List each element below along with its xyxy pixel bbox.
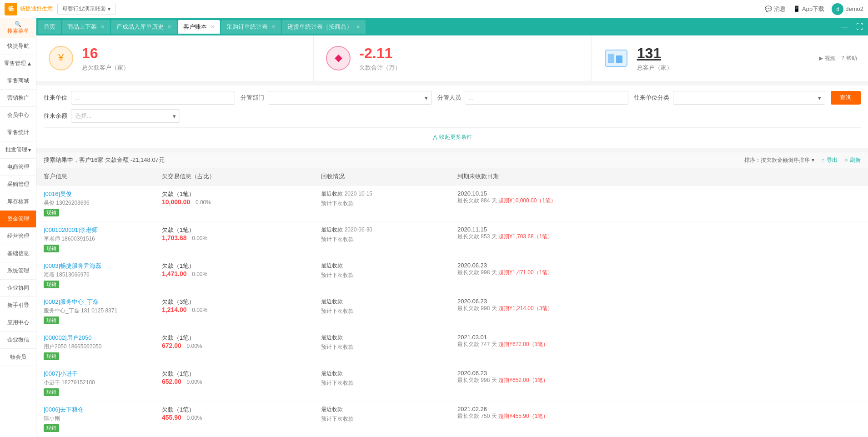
search-icon: 🔍 (15, 21, 21, 27)
sidebar-item-wholesale-mgmt[interactable]: 批发管理 ▾ (0, 141, 36, 159)
debt-amount[interactable]: 455.90 (162, 414, 181, 421)
filter-area: 往来单位 ... 分管部门 ▾ (36, 85, 868, 148)
customer-name-link[interactable]: [000002]用户2050 (44, 334, 147, 342)
sidebar-item-retail-mall[interactable]: 零售商城 (0, 72, 36, 90)
customer-phone: 海燕 18513066976 (44, 271, 147, 279)
tab-purchase-order-close[interactable]: ✕ (271, 24, 276, 30)
app-download-btn[interactable]: 📱 App下载 (793, 5, 824, 13)
refresh-button[interactable]: ○ 刷新 (845, 156, 861, 164)
debt-amount[interactable]: 652.00 (162, 378, 181, 385)
sidebar-item-basic-info[interactable]: 基础信息 (0, 245, 36, 262)
customer-name-link[interactable]: [0006]去下粮仓 (44, 406, 147, 414)
tab-product-listing[interactable]: 商品上下架 ✕ (62, 20, 110, 34)
overdue-amount-link[interactable]: 超期¥672.00（1笔） (498, 341, 548, 347)
overdue-amount-link[interactable]: 超期¥1,214.00（3笔） (498, 305, 553, 311)
tab-home[interactable]: 首页 (38, 20, 61, 34)
sidebar-item-beginner-guide[interactable]: 新手引导 (0, 297, 36, 314)
debt-count: 欠款（1笔） (162, 226, 306, 234)
overdue-amount-link[interactable]: 超期¥1,703.68（1笔） (498, 233, 553, 240)
sidebar-item-ecom-mgmt[interactable]: 电商管理 (0, 159, 36, 176)
filter-group-dept: 分管部门 ▾ (241, 91, 432, 105)
tab-customer-ledger[interactable]: 客户账本 ✕ (178, 20, 220, 34)
overdue-days: 最长欠款 998 天 (457, 269, 497, 276)
filter-select-category[interactable]: ▾ (673, 91, 825, 105)
tab-inbound-stats-close[interactable]: ✕ (356, 24, 360, 30)
collection-cell: 最近收款 预计下次收款 (314, 365, 450, 401)
tab-product-history-close[interactable]: ✕ (167, 24, 171, 30)
debt-number: -2.11 (359, 45, 401, 62)
sidebar-search[interactable]: 🔍 搜索菜单 (0, 18, 36, 38)
filter-select-balance[interactable]: 选择... ▾ (71, 109, 180, 123)
overdue-amount-link[interactable]: 超期¥1,471.00（1笔） (498, 269, 553, 276)
debtors-number: 16 (82, 45, 129, 62)
overdue-days: 最长欠款 853 天 (457, 233, 497, 240)
debt-amount[interactable]: 1,214.00 (162, 306, 187, 313)
col-due-date: 到期未收款日期 (450, 168, 868, 186)
tab-product-listing-close[interactable]: ✕ (100, 24, 105, 30)
store-selector[interactable]: 母婴行业演示账套 ▾ (57, 3, 115, 15)
debt-amount[interactable]: 1,471.00 (162, 270, 187, 277)
sidebar-item-member-plus[interactable]: 畅会员 (0, 349, 36, 366)
latest-collection-label: 最近收款 (321, 226, 343, 233)
sidebar-item-inventory[interactable]: 库存核算 (0, 193, 36, 211)
tab-bar-maximize[interactable]: ⛶ (853, 22, 866, 32)
overdue-date: 2021.02.26 (457, 406, 861, 412)
export-button[interactable]: ○ 导出 (822, 156, 838, 164)
sidebar-item-finance-mgmt[interactable]: 资金管理 (0, 211, 36, 228)
customer-name-link[interactable]: [0002]服务中心_丁磊 (44, 298, 147, 306)
due-date-cell: 2020.11.15 最长欠款 853 天 超期¥1,703.68（1笔） (450, 221, 868, 257)
latest-collection-label: 最近收款 (321, 262, 343, 269)
filter-input-person[interactable]: ... (465, 91, 629, 105)
sidebar-item-enterprise-wechat[interactable]: 企业微信 (0, 332, 36, 349)
filter-input-unit[interactable]: ... (71, 91, 235, 105)
sidebar-item-quick-nav[interactable]: 快捷导航 (0, 38, 36, 55)
sidebar-item-retail-stats[interactable]: 零售统计 (0, 124, 36, 141)
help-action[interactable]: ? 帮助 (841, 55, 857, 62)
debt-amount[interactable]: 1,703.68 (162, 234, 187, 241)
customer-name-link[interactable]: [0001020001]李老师 (44, 226, 147, 234)
tab-inbound-stats[interactable]: 进货单统计表（按商品） ✕ (282, 20, 366, 34)
sort-select[interactable]: 排序：按欠款金额倒序排序 ▾ (744, 156, 814, 164)
chevron-icon: ▲ (27, 60, 32, 67)
sidebar-item-marketing[interactable]: 营销推广 (0, 90, 36, 107)
debt-count: 欠款（1笔） (162, 406, 306, 414)
query-button[interactable]: 查询 (831, 91, 861, 105)
customers-number: 131 (637, 45, 672, 62)
sidebar-item-operation-mgmt[interactable]: 经营管理 (0, 228, 36, 245)
tab-purchase-order[interactable]: 采购订单统计表 ✕ (221, 20, 281, 34)
due-date-cell: 2020.06.23 最长欠款 998 天 超期¥1,471.00（1笔） (450, 257, 868, 293)
filter-select-dept[interactable]: ▾ (268, 91, 432, 105)
debt-amount[interactable]: 672.00 (162, 342, 181, 349)
overdue-amount-link[interactable]: 超期¥455.90（1笔） (498, 413, 548, 419)
overdue-amount-link[interactable]: 超期¥652.00（1笔） (498, 377, 548, 383)
user-avatar[interactable]: d demo2 (832, 3, 863, 15)
customer-name-link[interactable]: [0007]小进干 (44, 370, 147, 378)
customer-name-link[interactable]: [0016]吴俊 (44, 190, 147, 198)
customer-name-link[interactable]: [0003]畅捷服务尹海蕊 (44, 262, 147, 270)
sidebar-item-purchase-mgmt[interactable]: 采购管理 (0, 176, 36, 193)
export-icon: ○ (822, 157, 825, 163)
overdue-amount-link[interactable]: 超期¥10,000.00（1笔） (498, 197, 556, 204)
latest-collection-label: 最近收款 (321, 191, 343, 197)
customer-info-cell: [0002]服务中心_丁磊 服务中心_丁磊 181 0125 8371 现销 (36, 293, 155, 329)
top-bar: 畅 畅捷通好生意 母婴行业演示账套 ▾ 💬 消息 📱 App下载 d demo2 (0, 0, 868, 18)
sidebar-item-member[interactable]: 会员中心 (0, 107, 36, 124)
col-collection: 回收情况 (314, 168, 450, 186)
collapse-button[interactable]: ⋀ 收起更多条件 (44, 131, 861, 143)
balance-dropdown-arrow: ▾ (173, 113, 176, 120)
customer-phone: 小进干 18279152100 (44, 379, 147, 387)
results-bar: 搜索结果中，客户16家 欠款金额 -21,148.07元 排序：按欠款金额倒序排… (36, 152, 868, 168)
avatar-icon: d (832, 3, 843, 15)
video-action[interactable]: ▶ 视频 (819, 55, 836, 62)
message-btn[interactable]: 💬 消息 (765, 5, 786, 13)
customer-tag: 现销 (44, 424, 59, 432)
sidebar-item-system-mgmt[interactable]: 系统管理 (0, 262, 36, 280)
sidebar-item-enterprise-collab[interactable]: 企业协同 (0, 280, 36, 297)
debt-amount[interactable]: 10,000.00 (162, 198, 190, 206)
tab-product-history[interactable]: 产成品入库单历史 ✕ (111, 20, 177, 34)
tab-bar-minimize[interactable]: — (838, 22, 851, 32)
sidebar-item-app-center[interactable]: 应用中心 (0, 314, 36, 332)
tab-customer-ledger-close[interactable]: ✕ (211, 24, 215, 30)
sidebar-item-retail-mgmt[interactable]: 零售管理 ▲ (0, 55, 36, 72)
content-area: 首页 商品上下架 ✕ 产成品入库单历史 ✕ 客户账本 ✕ 采购订单统计表 ✕ (36, 18, 868, 437)
